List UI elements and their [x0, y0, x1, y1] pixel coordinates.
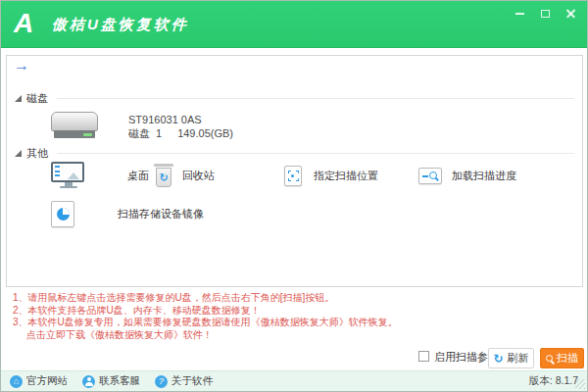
resize-grip[interactable]: [575, 379, 585, 389]
home-icon: ⌂: [10, 375, 23, 388]
scan-location-icon: [284, 166, 302, 186]
refresh-button[interactable]: ↻ 刷新: [488, 348, 534, 368]
item-label: 回收站: [182, 169, 215, 183]
app-logo: A: [14, 8, 33, 39]
about-software-link[interactable]: ? 关于软件: [155, 374, 213, 388]
item-label: 桌面: [127, 169, 149, 183]
question-icon: ?: [155, 375, 168, 388]
item-scan-location[interactable]: 指定扫描位置: [284, 166, 378, 186]
item-label: 加载扫描进度: [452, 169, 516, 183]
item-device-image[interactable]: 扫描存储设备镜像: [51, 201, 204, 227]
section-title-other: 其他: [26, 146, 48, 161]
instruction-line: 3、本软件U盘修复专用，如果需要修复硬盘数据请使用《傲桔数据恢复大师》软件恢复。: [13, 317, 398, 329]
disk-number: 1: [156, 127, 162, 139]
link-label: 联系客服: [99, 374, 140, 388]
item-desktop[interactable]: 桌面: [51, 162, 149, 190]
download-link[interactable]: 点击立即下载《傲桔数据恢复大师》软件！: [13, 329, 398, 342]
recycle-bin-icon: ↻: [154, 164, 173, 187]
disk-info: ST916031 0AS 磁盘1149.05(GB): [128, 112, 233, 140]
refresh-button-label: 刷新: [508, 351, 529, 366]
item-label: 扫描存储设备镜像: [118, 207, 204, 221]
window-controls: [514, 7, 577, 20]
minimize-button[interactable]: [514, 7, 526, 20]
titlebar: A 傲桔U盘恢复软件: [1, 1, 587, 48]
contact-support-link[interactable]: 联系客服: [82, 374, 140, 388]
refresh-icon: ↻: [493, 353, 503, 365]
section-header-disk[interactable]: 磁盘: [15, 91, 574, 106]
app-window: A 傲桔U盘恢复软件 → 磁盘 ST916031 0AS 磁盘1149.05(G…: [0, 0, 588, 392]
link-label: 关于软件: [172, 374, 213, 388]
expander-triangle-icon: [15, 95, 22, 102]
version-label: 版本: 8.1.7: [529, 374, 578, 388]
hard-drive-icon: [51, 112, 98, 138]
next-arrow-icon[interactable]: →: [14, 57, 29, 74]
minimize-icon: [515, 13, 524, 15]
link-label: 官方网站: [26, 374, 68, 388]
disk-details: 磁盘1149.05(GB): [128, 126, 233, 140]
item-label: 指定扫描位置: [314, 169, 378, 183]
device-panel: → 磁盘 ST916031 0AS 磁盘1149.05(GB) 其他: [6, 55, 583, 287]
disk-model: ST916031 0AS: [128, 113, 233, 126]
close-button[interactable]: [564, 7, 577, 20]
scan-button-label: 扫描: [557, 351, 578, 366]
disk-list-item[interactable]: ST916031 0AS 磁盘1149.05(GB): [51, 112, 233, 140]
load-progress-icon: [418, 168, 442, 184]
instruction-line: 1、请用鼠标左键点击选择需要修复的U盘，然后点击右下角的[扫描]按钮。: [13, 292, 398, 305]
maximize-button[interactable]: [539, 7, 552, 20]
window-title: 傲桔U盘恢复软件: [52, 16, 189, 34]
item-load-progress[interactable]: 加载扫描进度: [418, 168, 516, 184]
person-icon: [82, 375, 95, 388]
section-divider: [57, 98, 574, 99]
disk-label: 磁盘: [128, 127, 150, 139]
statusbar: ⌂ 官方网站 联系客服 ? 关于软件 版本: 8.1.7: [1, 370, 587, 391]
device-image-icon: [51, 201, 74, 227]
disk-size: 149.05(GB): [177, 127, 233, 139]
maximize-icon: [541, 10, 550, 18]
section-header-other[interactable]: 其他: [15, 146, 574, 161]
item-recycle-bin[interactable]: ↻ 回收站: [154, 164, 215, 187]
section-title-disk: 磁盘: [26, 91, 48, 106]
instruction-line: 2、本软件支持各品牌U盘、内存卡、移动硬盘数据修复！: [13, 305, 398, 318]
instructions-text: 1、请用鼠标左键点击选择需要修复的U盘，然后点击右下角的[扫描]按钮。 2、本软…: [13, 292, 398, 341]
official-website-link[interactable]: ⌂ 官方网站: [10, 374, 68, 388]
section-divider: [57, 153, 574, 154]
close-icon: [565, 8, 576, 19]
desktop-icon: [51, 162, 86, 190]
scan-button[interactable]: 扫描: [540, 348, 584, 368]
expander-triangle-icon: [15, 150, 22, 157]
magnifier-icon: [546, 355, 553, 362]
scan-params-checkbox[interactable]: [418, 351, 429, 362]
